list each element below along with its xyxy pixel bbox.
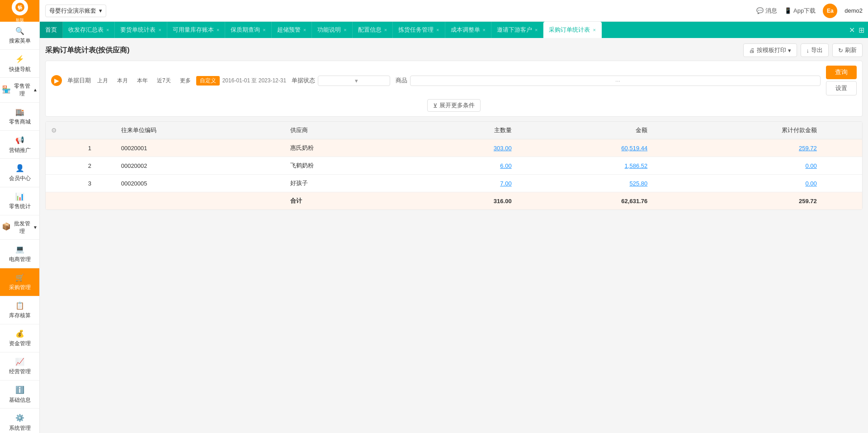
col-settings-icon[interactable]: ⚙ <box>51 127 57 134</box>
table-row[interactable]: 2 00020002 飞鹤奶粉 6.00 1,586.52 0.00 <box>46 157 862 175</box>
col-extra <box>822 122 862 139</box>
goods-input-more: ··· <box>615 77 816 84</box>
nav-tabs-end: ✕ ⊞ <box>849 26 868 34</box>
nav-tabs-close-icon[interactable]: ✕ <box>849 26 855 34</box>
content-area: 采购订单统计表(按供应商) 🖨 按模板打印 ▾ ↓ 导出 ↻ 刷新 <box>40 38 868 433</box>
tab-config-info[interactable]: 配置信息 × <box>353 22 393 38</box>
tab-expiry-query-close[interactable]: × <box>263 27 265 33</box>
sidebar-item-purchase[interactable]: 🛒 采购管理 <box>0 268 39 296</box>
row-main-qty[interactable]: 6.00 <box>411 157 517 175</box>
sidebar-item-search[interactable]: 🔍 搜索英单 <box>0 22 39 50</box>
sidebar-item-wholesale[interactable]: 📦 批发管理 ▼ <box>0 215 39 240</box>
refresh-button[interactable]: ↻ 刷新 <box>832 43 863 57</box>
sidebar-item-marketing[interactable]: 📢 营销推广 <box>0 131 39 159</box>
query-button[interactable]: 查询 <box>826 66 857 79</box>
row-supplier-code: 00020005 <box>116 175 285 192</box>
shortcut-last-month[interactable]: 上月 <box>94 76 112 86</box>
sidebar-item-quick-nav[interactable]: ⚡ 快捷导航 <box>0 50 39 78</box>
tab-cost-adjust-close[interactable]: × <box>483 27 486 33</box>
shortcut-custom[interactable]: 自定义 <box>196 76 220 86</box>
row-main-qty[interactable]: 303.00 <box>411 139 517 157</box>
expand-label: 展开更多条件 <box>439 101 475 109</box>
row-paid-amount[interactable]: 0.00 <box>653 175 822 192</box>
tab-inventory-account[interactable]: 可用量库存账本 × <box>167 22 225 38</box>
tab-inventory-account-close[interactable]: × <box>217 27 219 33</box>
tab-invite-downstream-label: 邀请下游客户 <box>497 26 532 34</box>
tab-order-stat[interactable]: 要货单统计表 × <box>115 22 167 38</box>
tab-task-mgmt[interactable]: 拣货任务管理 × <box>393 22 445 38</box>
user-avatar[interactable]: Ea <box>823 4 837 18</box>
tab-overstock[interactable]: 超储预警 × <box>272 22 312 38</box>
tab-expiry-query[interactable]: 保质期查询 × <box>225 22 271 38</box>
tab-receive-pay[interactable]: 收发存汇总表 × <box>63 22 115 38</box>
wholesale-expand-arrow: ▼ <box>33 224 38 231</box>
sidebar-item-ecommerce-label: 电商管理 <box>9 256 31 263</box>
app-download-action[interactable]: 📱 App下载 <box>784 7 816 15</box>
row-amount[interactable]: 1,586.52 <box>517 157 653 175</box>
shortcut-this-month[interactable]: 本月 <box>113 76 132 86</box>
sidebar-item-retail-store[interactable]: 🏬 零售商城 <box>0 103 39 131</box>
expand-row: ⊻ 展开更多条件 <box>51 99 857 112</box>
tab-cost-adjust[interactable]: 成本调整单 × <box>445 22 491 38</box>
tab-purchase-stat-label: 采购订单统计表 <box>549 26 590 34</box>
export-button[interactable]: ↓ 导出 <box>801 43 829 57</box>
tab-home[interactable]: 首页 <box>40 22 63 38</box>
row-amount[interactable]: 525.80 <box>517 175 653 192</box>
sidebar-item-wholesale-label: 批发管理 <box>12 220 32 235</box>
topbar: 母婴行业演示账套 ▾ 💬 消息 📱 App下载 Ea demo2 <box>40 0 868 22</box>
tab-order-stat-label: 要货单统计表 <box>120 26 156 34</box>
tab-invite-downstream-close[interactable]: × <box>535 27 538 33</box>
message-action[interactable]: 💬 消息 <box>756 7 777 15</box>
sidebar-item-finance[interactable]: 💰 资金管理 <box>0 324 39 352</box>
col-main-qty: 主数量 <box>411 122 517 139</box>
col-settings[interactable]: ⚙ <box>46 122 64 139</box>
sidebar-item-business[interactable]: 📈 经营管理 <box>0 352 39 381</box>
shortcut-more[interactable]: 更多 <box>176 76 194 86</box>
table-footer-row: 合计 316.00 62,631.76 259.72 <box>46 192 862 210</box>
row-extra <box>822 139 862 157</box>
sidebar-item-member[interactable]: 👤 会员中心 <box>0 159 39 187</box>
status-select[interactable]: ▾ <box>318 76 390 86</box>
nav-tabs-menu-icon[interactable]: ⊞ <box>859 26 864 34</box>
setting-button[interactable]: 设置 <box>826 81 857 95</box>
table-row[interactable]: 1 00020001 惠氏奶粉 303.00 60,519.44 259.72 <box>46 139 862 157</box>
row-paid-amount[interactable]: 0.00 <box>653 157 822 175</box>
tab-config-info-label: 配置信息 <box>358 26 382 34</box>
retail-store-icon: 🏬 <box>15 107 24 117</box>
row-amount[interactable]: 60,519.44 <box>517 139 653 157</box>
tab-receive-pay-close[interactable]: × <box>106 27 109 33</box>
tab-overstock-close[interactable]: × <box>303 27 306 33</box>
tab-function-desc[interactable]: 功能说明 × <box>312 22 352 38</box>
row-paid-amount[interactable]: 259.72 <box>653 139 822 157</box>
tab-function-desc-label: 功能说明 <box>317 26 341 34</box>
goods-input[interactable]: ··· <box>410 76 821 86</box>
tab-task-mgmt-close[interactable]: × <box>436 27 439 33</box>
account-selector[interactable]: 母婴行业演示账套 ▾ <box>45 5 106 17</box>
filter-toggle[interactable]: ▶ <box>51 75 62 86</box>
tab-purchase-stat-close[interactable]: × <box>593 27 595 33</box>
sidebar-item-retail-stat[interactable]: 📊 零售统计 <box>0 187 39 215</box>
sidebar-item-sys-mgmt[interactable]: ⚙️ 系统管理 <box>0 409 39 433</box>
row-supplier-code: 00020002 <box>116 157 285 175</box>
tab-invite-downstream[interactable]: 邀请下游客户 × <box>491 22 543 38</box>
sidebar-item-retail[interactable]: 🏪 零售管理 ▲ <box>0 78 39 103</box>
tab-receive-pay-label: 收发存汇总表 <box>68 26 104 34</box>
tab-config-info-close[interactable]: × <box>384 27 387 33</box>
app-download-label: App下载 <box>793 7 816 15</box>
tab-order-stat-close[interactable]: × <box>158 27 161 33</box>
shortcut-7days[interactable]: 近7天 <box>153 76 175 86</box>
tab-purchase-stat[interactable]: 采购订单统计表 × <box>543 22 601 38</box>
sidebar-item-inventory[interactable]: 📋 库存核算 <box>0 296 39 324</box>
sidebar-item-basic-info[interactable]: ℹ️ 基础信息 <box>0 381 39 409</box>
sidebar-item-ecommerce[interactable]: 💻 电商管理 <box>0 240 39 268</box>
message-icon: 💬 <box>756 7 764 14</box>
expand-button[interactable]: ⊻ 展开更多条件 <box>427 99 481 112</box>
row-main-qty[interactable]: 7.00 <box>411 175 517 192</box>
shortcut-this-year[interactable]: 本年 <box>133 76 151 86</box>
tab-function-desc-close[interactable]: × <box>344 27 346 33</box>
sidebar-item-retail-store-label: 零售商城 <box>9 118 31 126</box>
row-supplier-name: 惠氏奶粉 <box>285 139 411 157</box>
tab-expiry-query-label: 保质期查询 <box>231 26 260 34</box>
print-button[interactable]: 🖨 按模板打印 ▾ <box>743 43 797 57</box>
table-row[interactable]: 3 00020005 好孩子 7.00 525.80 0.00 <box>46 175 862 192</box>
